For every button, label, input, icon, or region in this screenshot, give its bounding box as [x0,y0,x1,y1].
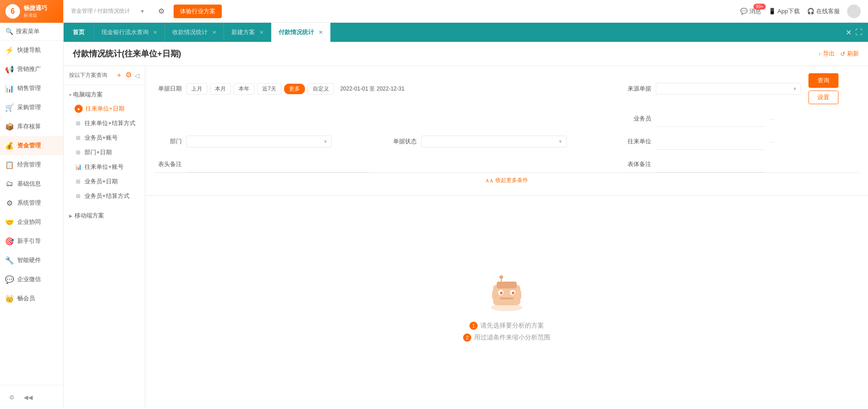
date-custom-btn[interactable]: 自定义 [308,83,334,95]
inventory-icon: 📦 [5,122,14,131]
filter-row-2: 部门 ▾ 单据状态 ▾ [155,133,859,150]
dept-select[interactable]: ▾ [186,136,332,147]
scheme-section-mobile-header[interactable]: ▶ 移动端方案 [64,209,145,222]
staff-dots-btn[interactable]: ··· [769,116,774,122]
sidebar-item-hardware[interactable]: 🔧 智能硬件 [0,251,63,270]
tab-bar-controls: ✕ ⛶ [840,23,868,42]
filter-row-1: 单据日期 上月 本月 本年 近7天 更多 自定义 2022-01-01 [155,73,859,104]
tab-cashflow-close[interactable]: ✕ [153,30,157,35]
sidebar-item-weixin[interactable]: 💬 企业微信 [0,270,63,289]
scheme-item-dept-date[interactable]: ⊞ 部门+日期 [64,145,145,160]
date-this-year-btn[interactable]: 本年 [234,83,254,95]
message-btn[interactable]: 💬 消息 99+ [740,7,761,15]
tab-payment-stat-close[interactable]: ✕ [319,30,323,35]
trial-btn[interactable]: 体验行业方案 [174,5,222,18]
svg-rect-9 [519,291,521,299]
chevron-up-icon: ∧∧ [485,177,494,184]
scheme-section-desktop-header[interactable]: ▾ 电脑端方案 [64,88,145,101]
online-service-btn[interactable]: 🎧 在线客服 [807,7,840,15]
scheme-icon-staff-settlement: ⊞ [75,192,82,200]
search-menu[interactable]: 🔍 搜索菜单 [0,23,63,40]
breadcrumb-dropdown[interactable]: ▾ [135,5,149,18]
main-area: 资金管理 / 付款情况统计 ▾ ⚙ 体验行业方案 💬 消息 99+ 📱 App下… [64,0,868,409]
scheme-panel-collapse-btn[interactable]: ◁ [135,72,140,79]
filter-form: 单据日期 上月 本月 本年 近7天 更多 自定义 2022-01-01 [145,66,868,196]
scheme-panel: 按以下方案查询 ＋ ⚙ ◁ ▾ 电脑端方案 [64,66,145,409]
settings-footer-btn[interactable]: ⚙ [5,391,18,404]
unit-input[interactable] [656,136,765,147]
date-this-month-btn[interactable]: 本月 [210,83,231,95]
scheme-section-mobile: ▶ 移动端方案 [64,206,145,225]
export-icon: ↑ [818,50,822,57]
sidebar-item-enterprise[interactable]: 🤝 企业协同 [0,212,63,232]
scheme-item-unit-date[interactable]: ● 往来单位+日期 [64,101,145,116]
header-settings-btn[interactable]: ⚙ [155,5,168,18]
sidebar-item-business[interactable]: 📋 经营管理 [0,155,63,174]
staff-input[interactable] [656,113,765,124]
body-note-input[interactable] [656,158,765,170]
active-scheme-indicator: ● [75,105,83,113]
sidebar-item-purchase[interactable]: 🛒 采购管理 [0,98,63,117]
tab-new-scheme-close[interactable]: ✕ [259,30,264,35]
page-title: 付款情况统计(往来单位+日期) [73,48,181,59]
tab-home[interactable]: 首页 [64,23,94,42]
user-avatar[interactable] [847,5,861,18]
sidebar-item-sys-manage[interactable]: ⚙ 系统管理 [0,193,63,212]
setting-btn[interactable]: 设置 [808,91,838,104]
tab-close-all-btn[interactable]: ✕ [846,28,852,37]
scheme-panel-header: 按以下方案查询 ＋ ⚙ ◁ [64,66,145,85]
header-note-section: 表头备注 [155,156,624,172]
header-note-input[interactable] [186,158,368,170]
purchase-icon: 🛒 [5,103,14,111]
tab-payment-stat[interactable]: 付款情况统计 ✕ [271,23,330,42]
body-note-section: 表体备注 [624,156,859,172]
scheme-item-staff-settlement[interactable]: ⊞ 业务员+结算方式 [64,189,145,203]
scheme-settings-btn[interactable]: ⚙ [125,71,132,80]
source-select[interactable]: ▾ [656,83,801,95]
member-icon: 👑 [5,294,14,303]
sidebar-item-inventory[interactable]: 📦 库存核算 [0,117,63,136]
mobile-expand-arrow-icon: ▶ [69,213,73,218]
date-7days-btn[interactable]: 近7天 [257,83,281,95]
date-more-btn[interactable]: 更多 [284,84,305,94]
scheme-item-staff-account[interactable]: ⊞ 业务员+账号 [64,131,145,145]
refresh-btn[interactable]: ↺ 刷新 [840,50,859,58]
tab-collection[interactable]: 收款情况统计 ✕ [165,23,224,42]
scheme-item-unit-settlement[interactable]: ⊞ 往来单位+结算方式 [64,116,145,131]
body-note-label: 表体备注 [624,160,656,168]
query-actions: 查询 设置 [808,73,838,104]
sidebar-item-base-info[interactable]: 🗂 基础信息 [0,174,63,193]
tab-cashflow[interactable]: 现金银行流水查询 ✕ [94,23,165,42]
collapse-conditions-btn[interactable]: ∧∧ 收起更多条件 [155,172,859,188]
sidebar-nav: ⚡ 快捷导航 📢 营销推广 📊 销售管理 🛒 采购管理 📦 库存核算 💰 [0,40,63,385]
refresh-icon: ↺ [840,50,845,57]
staff-spacer [155,111,624,127]
sidebar-item-member[interactable]: 👑 畅会员 [0,289,63,308]
top-header: 资金管理 / 付款情况统计 ▾ ⚙ 体验行业方案 💬 消息 99+ 📱 App下… [64,0,868,23]
date-range-input[interactable]: 2022-01-01 至 2022-12-31 [340,85,404,93]
sidebar-item-guide[interactable]: 🎯 新手引导 [0,232,63,251]
empty-hint-2: 2 用过滤条件来缩小分析范围 [463,333,550,342]
source-select-arrow-icon: ▾ [793,86,796,92]
tab-maximize-btn[interactable]: ⛶ [855,28,863,36]
sidebar-item-quick-nav[interactable]: ⚡ 快捷导航 [0,40,63,60]
business-icon: 📋 [5,161,14,169]
scheme-item-unit-account[interactable]: 📊 往来单位+账号 [64,160,145,174]
breadcrumb: 资金管理 / 付款情况统计 [71,7,130,15]
sidebar-item-sales[interactable]: 📊 销售管理 [0,79,63,98]
tab-new-scheme[interactable]: 新建方案 ✕ [224,23,271,42]
sidebar-item-finance[interactable]: 💰 资金管理 [0,136,63,155]
query-btn[interactable]: 查询 [808,73,838,88]
status-select[interactable]: ▾ [421,136,567,147]
sidebar-item-marketing[interactable]: 📢 营销推广 [0,60,63,79]
app-download-btn[interactable]: 📱 App下载 [768,7,800,15]
unit-dots-btn[interactable]: ··· [769,138,774,145]
date-last-month-btn[interactable]: 上月 [186,83,207,95]
add-scheme-btn[interactable]: ＋ [115,71,123,80]
page-header-actions: ↑ 导出 ↺ 刷新 [818,50,859,58]
message-badge: 99+ [753,4,766,10]
export-btn[interactable]: ↑ 导出 [818,50,835,58]
tab-collection-close[interactable]: ✕ [212,30,216,35]
scheme-item-staff-date[interactable]: ⊞ 业务员+日期 [64,174,145,189]
collapse-sidebar-btn[interactable]: ◀◀ [22,391,35,404]
